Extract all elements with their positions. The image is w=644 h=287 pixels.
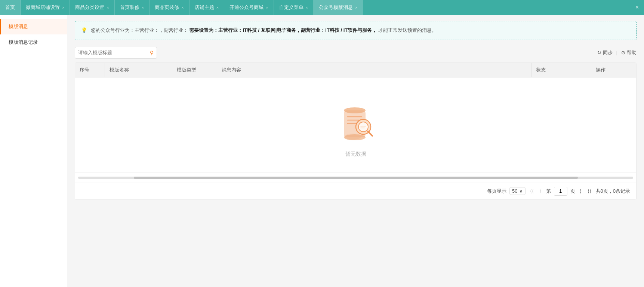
bulb-icon: 💡 bbox=[81, 27, 87, 33]
search-box: ⚲ bbox=[75, 47, 157, 59]
tab-shop-theme[interactable]: 店铺主题 × bbox=[189, 0, 224, 15]
tab-bar: 首页 微商城店铺设置 × 商品分类设置 × 首页装修 × 商品页装修 × 店铺主… bbox=[0, 0, 644, 15]
th-type: 模版类型 bbox=[172, 63, 217, 77]
prev-page-button[interactable]: ⟨ bbox=[538, 187, 543, 195]
sidebar-item-template-msg[interactable]: 模版消息 bbox=[0, 19, 67, 34]
page-size-label: 每页显示 bbox=[487, 188, 506, 195]
th-content: 消息内容 bbox=[217, 63, 531, 77]
empty-icon bbox=[333, 100, 378, 145]
main-layout: 模版消息 模版消息记录 💡 您的公众号行业为：主营行业：，副营行业： 需要设置为… bbox=[0, 15, 644, 287]
close-tab-custom-menu[interactable]: × bbox=[306, 5, 308, 10]
close-tab-shop-theme[interactable]: × bbox=[216, 5, 219, 10]
scroll-track[interactable] bbox=[78, 177, 633, 179]
tab-custom-menu[interactable]: 自定义菜单 × bbox=[274, 0, 314, 15]
empty-text: 暂无数据 bbox=[345, 151, 366, 158]
notice-suffix: 才能正常发送预置的消息。 bbox=[378, 27, 437, 33]
help-button[interactable]: ⊙ 帮助 bbox=[621, 49, 637, 56]
tab-home-decor[interactable]: 首页装修 × bbox=[115, 0, 150, 15]
tab-template-msg[interactable]: 公众号模版消息 × bbox=[314, 0, 363, 15]
notice-highlight: 需要设置为：主营行业：IT科技 / 互联网|电子商务，副营行业：IT科技 / I… bbox=[189, 27, 377, 33]
first-page-button[interactable]: ⟨⟨ bbox=[529, 187, 535, 195]
content-area: 💡 您的公众号行业为：主营行业：，副营行业： 需要设置为：主营行业：IT科技 /… bbox=[67, 15, 644, 287]
close-tab-home-decor[interactable]: × bbox=[142, 5, 144, 10]
close-tab-template-msg[interactable]: × bbox=[355, 5, 357, 10]
sidebar: 模版消息 模版消息记录 bbox=[0, 15, 67, 287]
close-tab-micro-shop[interactable]: × bbox=[62, 5, 64, 10]
toolbar-right: ↻ 同步 | ⊙ 帮助 bbox=[597, 49, 637, 56]
th-name: 模版名称 bbox=[105, 63, 172, 77]
svg-point-8 bbox=[358, 122, 368, 132]
sync-icon: ↻ bbox=[597, 50, 601, 55]
table-header: 序号 模版名称 模版类型 消息内容 状态 操作 bbox=[75, 63, 636, 77]
th-index: 序号 bbox=[75, 63, 105, 77]
svg-point-2 bbox=[344, 107, 366, 113]
search-icon[interactable]: ⚲ bbox=[150, 50, 154, 56]
page-size-value: 50 bbox=[512, 188, 517, 194]
toolbar-divider: | bbox=[616, 50, 617, 55]
th-action: 操作 bbox=[591, 63, 636, 77]
chevron-down-icon: ∨ bbox=[519, 188, 523, 194]
close-tab-product-category[interactable]: × bbox=[107, 5, 109, 10]
sync-button[interactable]: ↻ 同步 bbox=[597, 49, 613, 56]
current-page-input[interactable] bbox=[554, 187, 567, 196]
tab-micro-shop[interactable]: 微商城店铺设置 × bbox=[21, 0, 70, 15]
total-label: 共0页，0条记录 bbox=[596, 188, 630, 195]
tab-open-mall[interactable]: 开通公众号商城 × bbox=[224, 0, 274, 15]
th-status: 状态 bbox=[531, 63, 591, 77]
next-page-button[interactable]: ⟩ bbox=[578, 187, 583, 195]
empty-state: 暂无数据 bbox=[75, 77, 636, 172]
close-all-tabs[interactable]: × bbox=[630, 0, 644, 15]
pagination-row: 每页显示 50 ∨ ⟨⟨ ⟨ 第 页 ⟩ ⟩⟩ 共0页，0条记录 bbox=[75, 183, 636, 199]
scroll-thumb bbox=[134, 177, 578, 179]
notice-prefix: 您的公众号行业为：主营行业：，副营行业： bbox=[91, 27, 188, 33]
close-tab-product-decor[interactable]: × bbox=[181, 5, 184, 10]
help-icon: ⊙ bbox=[621, 50, 625, 55]
sync-label: 同步 bbox=[603, 49, 613, 56]
tab-home[interactable]: 首页 bbox=[0, 0, 21, 15]
page-label: 页 bbox=[570, 188, 575, 195]
help-label: 帮助 bbox=[627, 49, 637, 56]
search-input[interactable] bbox=[78, 50, 150, 55]
close-tab-open-mall[interactable]: × bbox=[266, 5, 268, 10]
scroll-bar-area[interactable] bbox=[75, 172, 636, 183]
notice-box: 💡 您的公众号行业为：主营行业：，副营行业： 需要设置为：主营行业：IT科技 /… bbox=[75, 21, 637, 40]
page-size-select[interactable]: 50 ∨ bbox=[509, 187, 525, 195]
svg-line-9 bbox=[368, 131, 372, 136]
tab-product-decor[interactable]: 商品页装修 × bbox=[150, 0, 189, 15]
last-page-button[interactable]: ⟩⟩ bbox=[586, 187, 593, 195]
page-prefix-label: 第 bbox=[546, 188, 551, 195]
data-table: 序号 模版名称 模版类型 消息内容 状态 操作 bbox=[75, 62, 637, 200]
sidebar-item-template-record[interactable]: 模版消息记录 bbox=[0, 34, 67, 50]
toolbar-row: ⚲ ↻ 同步 | ⊙ 帮助 bbox=[75, 47, 637, 59]
svg-point-3 bbox=[344, 134, 366, 140]
tab-product-category[interactable]: 商品分类设置 × bbox=[70, 0, 114, 15]
